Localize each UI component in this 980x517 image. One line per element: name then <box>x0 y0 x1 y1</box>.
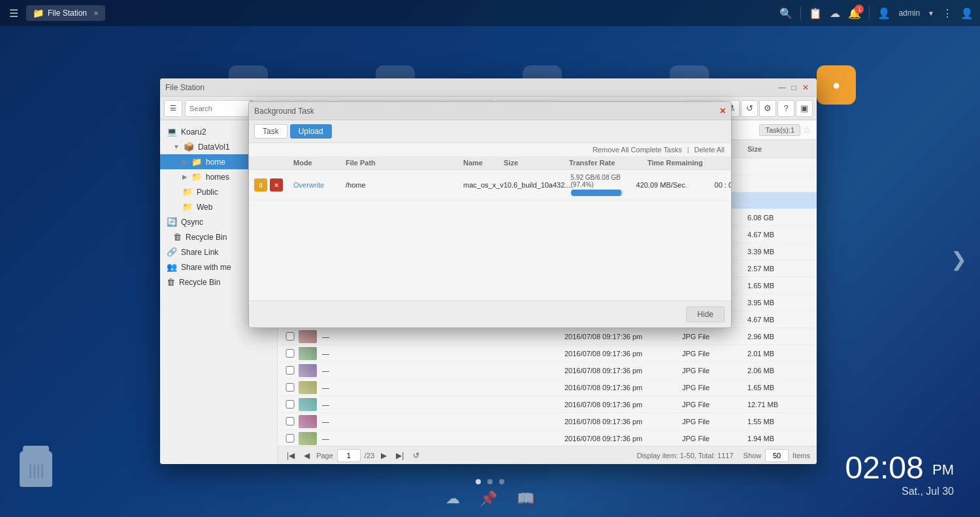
settings-btn[interactable]: ⚙ <box>759 100 776 117</box>
table-row[interactable]: — 2016/07/08 09:17:36 pm JPG File 1.94 M… <box>278 430 817 446</box>
username-label[interactable]: admin <box>898 8 920 18</box>
last-page-btn[interactable]: ▶| <box>393 450 406 461</box>
separator <box>800 7 801 20</box>
page-dots <box>476 479 504 484</box>
folder-icon: 📁 <box>182 187 193 197</box>
user-settings-icon[interactable]: 👤 <box>960 7 973 20</box>
computer-icon: 💻 <box>167 127 177 137</box>
table-row[interactable]: — 2016/07/08 09:17:36 pm JPG File 2.96 M… <box>278 328 817 345</box>
cloud-icon[interactable]: ☁ <box>830 7 840 20</box>
modal-titlebar: Background Task ✕ <box>249 102 731 120</box>
file-name: — <box>322 384 564 392</box>
trash-lines <box>29 464 43 478</box>
sidebar-label: Public <box>197 188 218 197</box>
file-thumbnail <box>299 398 317 411</box>
sidebar-label: Share Link <box>181 248 218 257</box>
desktop-icon-5[interactable]: ● <box>817 65 856 105</box>
trash-line <box>29 464 31 478</box>
app-tab-filestation[interactable]: 📁 File Station ✕ <box>26 5 105 21</box>
hide-btn[interactable]: Hide <box>686 307 725 322</box>
dock-book-icon[interactable]: 📖 <box>517 490 534 507</box>
file-thumbnail <box>299 415 317 428</box>
refresh-btn[interactable]: ↺ <box>410 450 422 461</box>
page-dot-3[interactable] <box>499 479 504 484</box>
app-tab-icon: 📁 <box>33 8 44 18</box>
show-count-input[interactable] <box>765 449 789 462</box>
task-remaining: 00 : 00 : 01 <box>715 181 731 189</box>
dock-cloud-icon[interactable]: ☁ <box>446 490 460 507</box>
window-maximize-btn[interactable]: □ <box>788 82 800 93</box>
carousel-next[interactable]: ❯ <box>951 247 967 270</box>
file-type: JPG File <box>682 401 747 409</box>
file-thumbnail <box>299 330 317 343</box>
prev-page-btn[interactable]: ◀ <box>301 450 312 461</box>
task-buttons: ⏸ ✕ <box>254 178 293 192</box>
modal-tabs: Task Upload <box>249 120 731 143</box>
file-size: 6.08 GB <box>747 214 813 222</box>
remove-complete-btn[interactable]: Remove All Complete Tasks <box>593 146 682 154</box>
username-dropdown[interactable]: ▼ <box>928 10 934 17</box>
task-counter[interactable]: Task(s):1 <box>759 124 800 136</box>
help-btn[interactable]: ? <box>777 100 794 117</box>
window-titlebar: File Station — □ ✕ <box>160 78 817 97</box>
window-minimize-btn[interactable]: — <box>776 82 788 93</box>
next-page-btn[interactable]: ▶ <box>378 450 389 461</box>
page-dot-2[interactable] <box>487 479 493 484</box>
col-name: Name <box>463 159 504 167</box>
tab-task[interactable]: Task <box>254 124 287 139</box>
file-size: 1.65 MB <box>747 384 813 392</box>
page-dot-1[interactable] <box>476 479 481 484</box>
user-icon[interactable]: 👤 <box>877 7 890 20</box>
table-row[interactable]: — 2016/07/08 09:17:36 pm JPG File 2.06 M… <box>278 362 817 379</box>
notification-icon[interactable]: 🔔 1 <box>848 7 861 20</box>
modal-close-btn[interactable]: ✕ <box>719 107 726 116</box>
dock-pin-icon[interactable]: 📌 <box>480 490 497 507</box>
table-row[interactable]: — 2016/07/08 09:17:36 pm JPG File 2.01 M… <box>278 345 817 362</box>
window-close-btn[interactable]: ✕ <box>800 82 811 93</box>
search-icon[interactable]: 🔍 <box>779 7 792 20</box>
clock-date: Sat., Jul 30 <box>845 486 954 497</box>
link-icon: 🔗 <box>167 247 177 257</box>
col-remaining: Time Remaining <box>647 159 726 167</box>
sidebar-label: Share with me <box>181 263 231 272</box>
row-checkbox[interactable] <box>282 366 299 375</box>
sidebar-label: homes <box>206 173 229 182</box>
first-page-btn[interactable]: |◀ <box>284 450 297 461</box>
delete-all-btn[interactable]: Delete All <box>694 146 725 154</box>
hamburger-button[interactable]: ☰ <box>7 5 21 22</box>
modal-table-header: Mode File Path Name Size Transfer Rate T… <box>249 156 731 170</box>
refresh-btn[interactable]: ↺ <box>741 100 758 117</box>
table-row[interactable]: — 2016/07/08 09:17:36 pm JPG File 12.71 … <box>278 396 817 413</box>
favorite-star[interactable]: ☆ <box>803 125 811 135</box>
search-input[interactable] <box>189 105 248 112</box>
row-checkbox[interactable] <box>282 349 299 358</box>
file-size: 3.39 MB <box>747 248 813 256</box>
tab-upload[interactable]: Upload <box>290 124 332 139</box>
file-type: JPG File <box>682 384 747 392</box>
stop-btn[interactable]: ✕ <box>270 178 283 192</box>
task-row: ⏸ ✕ Overwrite /home mac_os_x_v10.6_build… <box>249 170 731 201</box>
grid-btn[interactable]: ▣ <box>796 100 813 117</box>
row-checkbox[interactable] <box>282 400 299 409</box>
app-tab-close[interactable]: ✕ <box>93 10 99 17</box>
page-input[interactable] <box>337 449 361 462</box>
col-mode: Mode <box>293 159 346 167</box>
notification-badge: 1 <box>855 5 864 14</box>
pause-btn[interactable]: ⏸ <box>254 178 267 192</box>
row-checkbox[interactable] <box>282 383 299 392</box>
table-row[interactable]: — 2016/07/08 09:17:36 pm JPG File 1.65 M… <box>278 379 817 396</box>
table-row[interactable]: — 2016/07/08 09:17:36 pm JPG File 1.55 M… <box>278 413 817 430</box>
expand-icon: ▶ <box>182 173 188 180</box>
clock-time: 02:08 PM <box>845 450 954 486</box>
more-icon[interactable]: ⋮ <box>942 7 953 20</box>
window-title: File Station <box>165 83 776 92</box>
sidebar-toggle-btn[interactable]: ☰ <box>164 100 182 117</box>
row-checkbox[interactable] <box>282 417 299 425</box>
col-size: Size <box>747 145 813 153</box>
row-checkbox[interactable] <box>282 332 299 341</box>
file-size: 2.01 MB <box>747 350 813 358</box>
action-sep: | <box>687 146 689 154</box>
tasks-icon[interactable]: 📋 <box>809 7 822 20</box>
file-name: — <box>322 350 564 358</box>
row-checkbox[interactable] <box>282 434 299 442</box>
